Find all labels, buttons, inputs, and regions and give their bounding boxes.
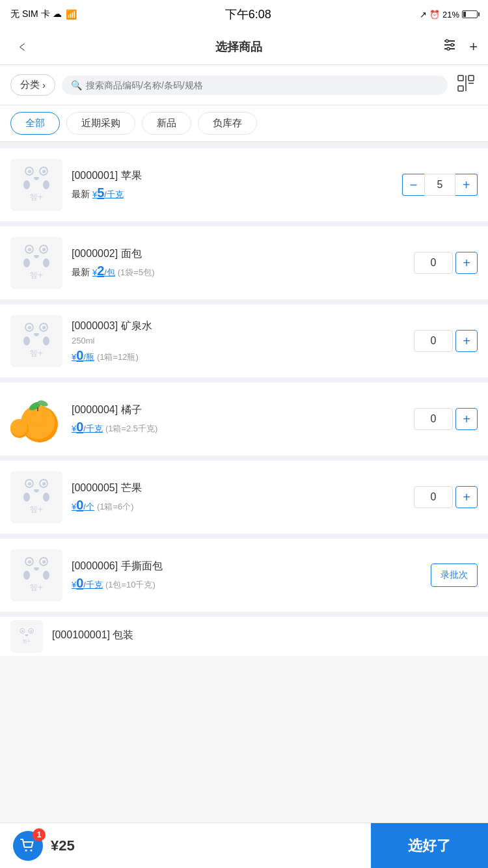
battery-percent: 21% [442, 10, 459, 20]
divider [0, 142, 488, 148]
product-info: [0000005] 芒果 ¥0/个 (1箱=6个) [72, 481, 405, 513]
product-image: 智+ [10, 237, 62, 289]
quantity-increase-button[interactable]: + [455, 174, 478, 196]
filter-icon[interactable] [442, 37, 457, 57]
product-item: 智+ [0000002] 面包 最新 ¥2/包 (1袋=5包) + [0, 226, 488, 299]
product-image: 智+ [10, 549, 62, 601]
product-image: 智+ [10, 471, 62, 523]
tab-bar: 全部 近期采购 新品 负库存 [0, 105, 488, 142]
svg-point-17 [10, 419, 27, 436]
search-bar: 🔍 [62, 75, 448, 95]
confirm-button[interactable]: 选好了 [371, 823, 488, 869]
product-info: [0000001] 苹果 最新 ¥5/千克 [72, 169, 393, 200]
product-price: ¥0/瓶 (1箱=12瓶) [72, 348, 405, 363]
product-image: 智+ [10, 620, 43, 653]
svg-rect-6 [458, 75, 463, 81]
product-item: 智+ [0000005] 芒果 ¥0/个 (1箱=6个) + [0, 461, 488, 534]
tab-negative[interactable]: 负库存 [198, 112, 257, 135]
product-list: 智+ [0000001] 苹果 最新 ¥5/千克 − + [0, 148, 488, 656]
product-name: [0000005] 芒果 [72, 481, 405, 495]
product-qty: + [414, 408, 478, 430]
batch-button[interactable]: 录批次 [431, 563, 478, 587]
filter-bar: 分类 › 🔍 [0, 65, 488, 105]
wifi-icon: 📶 [66, 9, 77, 20]
status-left: 无 SIM 卡 ☁ 📶 [10, 8, 77, 20]
product-price: ¥0/个 (1箱=6个) [72, 498, 405, 513]
product-name: [0000002] 面包 [72, 247, 405, 261]
product-item: 智+ [0000006] 手撕面包 ¥0/千克 (1包=10千克) 录批次 [0, 539, 488, 612]
product-price: 最新 ¥2/包 (1袋=5包) [72, 264, 405, 278]
orange-fruit-image [10, 393, 62, 445]
product-qty: + [414, 486, 478, 508]
svg-rect-7 [468, 75, 474, 81]
product-price: ¥0/千克 (1箱=2.5千克) [72, 420, 405, 435]
back-button[interactable]: ﹤ [10, 32, 35, 62]
product-item: [0000004] 橘子 ¥0/千克 (1箱=2.5千克) + [0, 383, 488, 455]
svg-point-4 [451, 44, 454, 46]
location-icon: ↗ [420, 10, 427, 20]
product-info: [0000003] 矿泉水 250ml ¥0/瓶 (1箱=12瓶) [72, 319, 405, 363]
battery-icon [462, 10, 478, 18]
alarm-icon: ⏰ [429, 10, 440, 20]
product-info: [0000004] 橘子 ¥0/千克 (1箱=2.5千克) [72, 403, 405, 435]
tab-all[interactable]: 全部 [10, 112, 60, 135]
svg-point-19 [31, 849, 33, 851]
cart-button[interactable]: 1 [13, 831, 43, 861]
tab-new[interactable]: 新品 [142, 112, 191, 135]
page-title: 选择商品 [215, 39, 262, 55]
product-name: [0000006] 手撕面包 [72, 560, 422, 573]
product-image: 智+ [10, 159, 62, 211]
quantity-decrease-button[interactable]: − [402, 174, 424, 196]
nav-actions: + [442, 37, 478, 57]
category-label: 分类 [20, 79, 40, 91]
nav-bar: ﹤ 选择商品 + [0, 29, 488, 65]
status-time: 下午6:08 [225, 7, 271, 22]
product-item: 智+ [000100001] 包装 [0, 617, 488, 656]
quantity-increase-button[interactable]: + [455, 486, 478, 508]
svg-point-5 [447, 47, 450, 50]
add-button[interactable]: + [469, 38, 478, 55]
cart-area: 1 ¥25 [0, 831, 371, 861]
category-chevron-icon: › [42, 79, 46, 90]
svg-rect-8 [458, 86, 463, 91]
search-icon: 🔍 [71, 80, 82, 90]
product-price: ¥0/千克 (1包=10千克) [72, 576, 422, 591]
sim-status: 无 SIM 卡 ☁ [10, 8, 62, 20]
product-qty: 录批次 [431, 563, 478, 587]
product-info: [000100001] 包装 [52, 629, 478, 645]
product-price: 最新 ¥5/千克 [72, 185, 393, 200]
cart-total: ¥25 [51, 837, 75, 854]
product-image: 智+ [10, 315, 62, 367]
quantity-input[interactable] [414, 486, 453, 508]
cart-badge: 1 [33, 828, 46, 841]
product-spec: 250ml [72, 336, 405, 346]
product-qty: + [414, 252, 478, 274]
product-qty: + [414, 330, 478, 352]
product-name: [0000003] 矿泉水 [72, 319, 405, 333]
product-info: [0000006] 手撕面包 ¥0/千克 (1包=10千克) [72, 560, 422, 591]
scan-icon[interactable] [454, 73, 478, 97]
svg-point-3 [446, 40, 448, 42]
search-input[interactable] [86, 80, 439, 90]
quantity-input[interactable] [414, 252, 453, 274]
tab-recent[interactable]: 近期采购 [66, 112, 135, 135]
quantity-increase-button[interactable]: + [455, 252, 478, 274]
product-item: 智+ [0000001] 苹果 最新 ¥5/千克 − + [0, 148, 488, 221]
bottom-bar: 1 ¥25 选好了 [0, 822, 488, 868]
product-item: 智+ [0000003] 矿泉水 250ml ¥0/瓶 (1箱=12瓶) + [0, 305, 488, 377]
quantity-input[interactable] [414, 330, 453, 352]
quantity-input[interactable] [414, 408, 453, 430]
product-info: [0000002] 面包 最新 ¥2/包 (1袋=5包) [72, 247, 405, 278]
product-name: [0000001] 苹果 [72, 169, 393, 183]
svg-point-18 [25, 849, 27, 851]
category-button[interactable]: 分类 › [10, 74, 55, 96]
product-qty: − + [402, 174, 478, 196]
product-name: [0000004] 橘子 [72, 403, 405, 417]
product-image [10, 393, 62, 445]
quantity-increase-button[interactable]: + [455, 330, 478, 352]
product-name: [000100001] 包装 [52, 629, 478, 642]
quantity-input[interactable] [424, 174, 455, 196]
quantity-increase-button[interactable]: + [455, 408, 478, 430]
status-bar: 无 SIM 卡 ☁ 📶 下午6:08 ↗ ⏰ 21% [0, 0, 488, 29]
cart-icon [20, 837, 36, 854]
